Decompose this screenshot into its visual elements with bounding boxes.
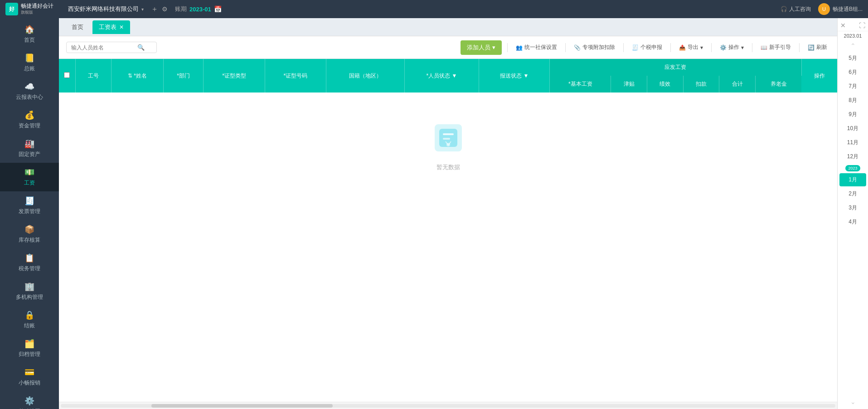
support-button[interactable]: 🎧 人工咨询 [781, 5, 811, 13]
export-button[interactable]: 📤 导出 ▾ [676, 42, 706, 53]
period-label: 账期 [175, 5, 187, 13]
settings-icon[interactable]: ⚙ [162, 5, 168, 13]
salary-icon: 💵 [24, 167, 34, 177]
month-2022-09[interactable]: 9月 [839, 108, 866, 121]
add-employee-button[interactable]: 添加人员 ▾ [461, 40, 502, 55]
social-security-button[interactable]: 👥 统一社保设置 [513, 42, 560, 53]
operate-icon: ⚙️ [720, 44, 727, 51]
tab-close-icon[interactable]: ✕ [119, 24, 124, 30]
operate-button[interactable]: ⚙️ 操作 ▾ [717, 42, 747, 53]
current-period-display: 2023.01 [838, 31, 868, 40]
content-area: 首页 工资表 ✕ 🔍 添加人员 ▾ 👥 统一社保设置 [59, 18, 837, 409]
empty-text: 暂无数据 [436, 163, 460, 171]
refresh-button[interactable]: 🔄 刷新 [805, 42, 830, 53]
sidebar-item-inventory[interactable]: 📦 库存核算 [0, 220, 59, 248]
refresh-icon: 🔄 [808, 44, 815, 51]
tab-salary[interactable]: 工资表 ✕ [92, 20, 130, 34]
logo-area: 好 畅捷通好会计 旗舰版 [5, 3, 64, 15]
month-2022-06[interactable]: 6月 [839, 66, 866, 79]
empty-state: 暂无数据 [59, 93, 837, 199]
sidebar-item-multi[interactable]: 🏢 多机构管理 [0, 277, 59, 306]
tax-report-label: 个税申报 [640, 44, 662, 51]
month-2022-12[interactable]: 12月 [839, 150, 866, 163]
th-total: 合计 [719, 76, 756, 93]
support-label: 人工咨询 [789, 5, 811, 13]
th-country: 国籍（地区） [326, 59, 404, 93]
sidebar-item-ledger[interactable]: 📒 总账 [0, 49, 59, 77]
panel-close-button[interactable]: ✕ [840, 22, 846, 29]
sidebar-item-expense[interactable]: 💳 小畅报销 [0, 363, 59, 391]
top-header: 好 畅捷通好会计 旗舰版 西安虾米网络科技有限公司 ▾ ＋ ⚙ 账期 2023-… [0, 0, 868, 18]
month-2022-05[interactable]: 5月 [839, 52, 866, 65]
sep-1 [507, 43, 508, 52]
th-action: 操作 [801, 59, 837, 93]
tax-report-button[interactable]: 🧾 个税申报 [629, 42, 665, 53]
toolbar: 🔍 添加人员 ▾ 👥 统一社保设置 📎 专项附加扣除 🧾 个税申报 [59, 36, 837, 59]
search-box[interactable]: 🔍 [66, 42, 157, 53]
company-name: 西安虾米网络科技有限公司 [68, 5, 139, 13]
header-icon-group: ＋ ⚙ [151, 5, 168, 14]
sidebar-label-expense: 小畅报销 [19, 379, 40, 387]
sidebar-item-salary[interactable]: 💵 工资 [0, 163, 59, 191]
scroll-bar[interactable] [59, 402, 837, 409]
sidebar: 🏠 首页 📒 总账 ☁️ 云报表中心 💰 资金管理 🏭 固定资产 💵 工资 🧾 … [0, 18, 59, 409]
tax-report-icon: 🧾 [632, 44, 639, 51]
operate-label: 操作 [728, 44, 739, 51]
table-wrapper: 工号 ⇅ *姓名 *部门 *证型类型 *证型号码 国籍（地区） *人员状态 ▼ … [59, 59, 837, 402]
sidebar-item-asset[interactable]: 🏭 固定资产 [0, 134, 59, 163]
add-dropdown-icon: ▾ [492, 44, 495, 51]
month-2023-01[interactable]: 1月 [839, 173, 866, 186]
period-value: 2023-01 [189, 6, 211, 13]
scroll-thumb[interactable] [151, 404, 333, 408]
th-dept: *部门 [163, 59, 204, 93]
sidebar-item-settings[interactable]: ⚙️ 基础设置 [0, 391, 59, 409]
fund-icon: 💰 [24, 110, 34, 120]
sidebar-item-invoice[interactable]: 🧾 发票管理 [0, 191, 59, 220]
month-2022-08[interactable]: 8月 [839, 94, 866, 107]
th-status: *人员状态 ▼ [404, 59, 479, 93]
search-input[interactable] [71, 44, 135, 51]
month-2022-10[interactable]: 10月 [839, 122, 866, 135]
scroll-track[interactable] [61, 404, 835, 408]
select-all-checkbox[interactable] [64, 72, 70, 78]
month-2023-03[interactable]: 3月 [839, 201, 866, 214]
sidebar-label-invoice: 发票管理 [19, 208, 40, 215]
multi-icon: 🏢 [24, 282, 34, 292]
panel-scroll-up-button[interactable]: ⌃ [838, 40, 868, 51]
company-selector[interactable]: 西安虾米网络科技有限公司 ▾ [64, 5, 147, 13]
app-name: 畅捷通好会计 [21, 3, 53, 9]
sidebar-item-cloud[interactable]: ☁️ 云报表中心 [0, 77, 59, 106]
month-2022-07[interactable]: 7月 [839, 80, 866, 93]
sep-2 [565, 43, 566, 52]
guide-button[interactable]: 📖 新手引导 [758, 42, 794, 53]
sidebar-item-close[interactable]: 🔒 结账 [0, 306, 59, 334]
cloud-icon: ☁️ [24, 82, 34, 92]
user-area[interactable]: U 畅捷通B组... [818, 3, 863, 15]
add-icon[interactable]: ＋ [151, 5, 158, 14]
home-icon: 🏠 [24, 24, 34, 34]
th-idno: *证型号码 [265, 59, 326, 93]
special-deduct-button[interactable]: 📎 专项附加扣除 [571, 42, 618, 53]
th-deduction: 扣款 [683, 76, 719, 93]
th-checkbox[interactable] [59, 59, 75, 93]
sidebar-label-ledger: 总账 [24, 65, 35, 73]
asset-icon: 🏭 [24, 139, 34, 149]
sidebar-item-fund[interactable]: 💰 资金管理 [0, 106, 59, 134]
add-employee-label: 添加人员 [467, 44, 490, 52]
app-logo-icon: 好 [5, 3, 18, 15]
panel-expand-button[interactable]: ⛶ [859, 22, 865, 29]
month-2023-04[interactable]: 4月 [839, 215, 866, 229]
tab-home[interactable]: 首页 [64, 20, 91, 34]
sidebar-label-tax: 税务管理 [19, 265, 40, 273]
month-2023-02[interactable]: 2月 [839, 187, 866, 200]
sidebar-item-archive[interactable]: 🗂️ 归档管理 [0, 334, 59, 363]
sep-6 [752, 43, 752, 52]
panel-scroll-down-button[interactable]: ⌄ [838, 396, 868, 407]
sidebar-item-tax[interactable]: 📋 税务管理 [0, 248, 59, 277]
year-2023-row: 2023 [838, 164, 868, 173]
calendar-icon[interactable]: 📅 [214, 5, 222, 13]
th-allowance: 津贴 [611, 76, 647, 93]
sidebar-item-home[interactable]: 🏠 首页 [0, 20, 59, 49]
expense-icon: 💳 [24, 367, 34, 377]
month-2022-11[interactable]: 11月 [839, 136, 866, 149]
